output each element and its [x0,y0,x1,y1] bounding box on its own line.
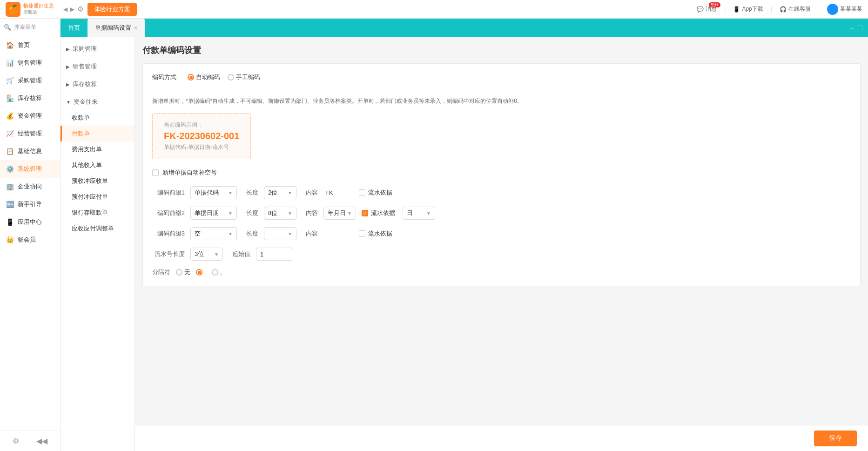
prefix1-row: 编码前缀1 单据代码 ▼ 长度 2位 ▼ 内容 FK [152,186,851,199]
sidebar-item-home[interactable]: 🏠 首页 [0,36,60,54]
prefix3-select[interactable]: 空 ▼ [190,227,237,240]
prefix3-len-chevron: ▼ [288,231,292,236]
prefix1-select[interactable]: 单据代码 ▼ [190,186,237,199]
prefix1-len-chevron: ▼ [288,190,292,195]
messages-btn[interactable]: 💬 消息 99+ [697,5,717,13]
sub-item-expense[interactable]: 费用支出单 [61,141,135,157]
main-page-wrapper: 付款单编码设置 编码方式 自动编码 [135,37,868,451]
sub-group-inventory: ▶ 库存核算 [61,76,135,92]
sub-item-receipt[interactable]: 收款单 [61,110,135,126]
prefix1-content-value: FK [325,189,353,196]
prefix2-chevron-icon: ▼ [228,211,233,216]
online-service-btn[interactable]: 🎧 在线客服 [780,5,811,13]
tab-close-icon[interactable]: × [134,25,137,31]
prefix3-stream-checkbox [359,230,365,237]
search-menu[interactable]: 🔍 搜索菜单 [0,19,60,36]
settings-bottom-icon[interactable]: ⚙ [11,435,21,447]
page-title: 付款单编码设置 [142,45,861,56]
auto-encode-radio[interactable]: 自动编码 [188,73,220,81]
nav-controls: ◀ ▶ ⚙ [63,5,84,13]
sub-group-sales: ▶ 销售管理 [61,59,135,74]
prefix2-len-value: 8位 [268,209,277,217]
prefix2-stream-select[interactable]: 日 ▼ [403,207,435,220]
separator-options: 无 - . [176,268,222,276]
prefix3-stream-check[interactable]: 流水依据 [359,229,392,238]
auto-radio-circle [188,74,194,81]
msg-badge: 99+ [709,2,720,7]
sub-header-purchase[interactable]: ▶ 采购管理 [61,41,135,57]
prefix2-select[interactable]: 单据日期 ▼ [190,207,237,220]
prefix3-content-label: 内容 [306,229,318,238]
sub-item-bank-deposit[interactable]: 银行存取款单 [61,205,135,221]
prefix3-stream-label: 流水依据 [368,229,392,238]
sidebar-item-newguide[interactable]: 🆕 新手引导 [0,195,60,213]
separator3: | [818,6,820,13]
sep-dash-circle [196,269,202,276]
sub-item-ar-ap-adjust[interactable]: 应收应付调整单 [61,221,135,236]
prefix2-len-select[interactable]: 8位 ▼ [264,207,296,220]
home-icon: 🏠 [6,41,14,49]
sidebar-item-apps[interactable]: 📱 应用中心 [0,213,60,231]
user-profile[interactable]: 某某某某 [827,4,862,15]
page-main: 付款单编码设置 编码方式 自动编码 [135,37,868,425]
sub-header-sales[interactable]: ▶ 销售管理 [61,59,135,74]
settings-icon[interactable]: ⚙ [77,5,84,13]
sub-header-capital[interactable]: ▼ 资金往来 [61,94,135,110]
nav-forward-icon[interactable]: ▶ [70,6,74,13]
tab-encode-settings[interactable]: 单据编码设置 × [87,19,145,37]
stream-len-select[interactable]: 3位 ▼ [190,248,223,261]
sub-item-advance-pay[interactable]: 预付冲应付单 [61,189,135,205]
sidebar-item-sales[interactable]: 📊 销售管理 [0,54,60,72]
top-bar-right: 💬 消息 99+ | 📱 App下载 | 🎧 在线客服 | 某某某某 [697,4,862,15]
sep-dot[interactable]: . [212,269,222,276]
sub-item-advance-recv[interactable]: 预收冲应收单 [61,173,135,189]
prefix2-stream-label: 流水依据 [371,209,395,217]
auto-radio-inner [189,76,193,79]
app-download-btn[interactable]: 📱 App下载 [733,5,763,13]
sidebar-item-inventory[interactable]: 🏪 库存核算 [0,89,60,107]
sidebar-item-member[interactable]: 👑 畅会员 [0,231,60,249]
sidebar-item-enterprise[interactable]: 🏢 企业协同 [0,178,60,195]
sidebar-item-basic[interactable]: 📋 基础信息 [0,142,60,160]
experience-btn[interactable]: 体验行业方案 [87,3,137,16]
prefix2-stream-check[interactable]: ✓ 流水依据 [362,209,395,217]
sub-item-other-income[interactable]: 其他收入单 [61,157,135,173]
save-button[interactable]: 保存 [814,431,857,446]
sub-item-payment[interactable]: 付款单 [61,126,135,141]
prefix2-stream-checkbox: ✓ [362,210,368,216]
sidebar-item-system[interactable]: ⚙️ 系统管理 [0,160,60,178]
member-icon: 👑 [6,236,14,244]
sep-none-label: 无 [184,268,190,276]
manual-encode-radio[interactable]: 手工编码 [228,73,260,81]
top-bar: 🍊 畅捷通好生意 旗舰版 ◀ ▶ ⚙ 体验行业方案 💬 消息 99+ | 📱 A… [0,0,868,19]
sep-none[interactable]: 无 [176,268,190,276]
sidebar-item-finance[interactable]: 💰 资金管理 [0,107,60,125]
start-value-input[interactable] [256,248,293,261]
prefix3-len-select[interactable]: ▼ [264,227,296,240]
separator2: | [771,6,772,13]
basic-icon: 📋 [6,147,14,155]
online-service-label: 在线客服 [788,5,811,13]
prefix1-len-select[interactable]: 2位 ▼ [264,186,296,199]
auto-fill-checkbox[interactable] [152,169,159,176]
auto-fill-row: 新增单据自动补空号 [152,168,851,177]
service-icon: 🎧 [780,6,787,13]
tab-maximize-btn[interactable]: □ [858,24,862,32]
left-sidebar: 🔍 搜索菜单 🏠 首页 📊 销售管理 🛒 采购管理 🏪 库存核算 💰 资金管理 … [0,19,61,451]
sep-dash[interactable]: - [196,269,206,276]
prefix2-content-label: 内容 [306,209,318,217]
prefix2-row: 编码前缀2 单据日期 ▼ 长度 8位 ▼ 内容 [152,207,851,220]
collapse-icon[interactable]: ◀◀ [34,435,49,447]
sub-header-inventory[interactable]: ▶ 库存核算 [61,76,135,92]
prefix2-content-select[interactable]: 年月日 ▼ [323,207,356,220]
settings-card: 编码方式 自动编码 手工编码 [142,63,861,286]
prefix1-stream-check[interactable]: 流水依据 [359,188,392,197]
tab-home[interactable]: 首页 [61,19,87,37]
sidebar-item-operation[interactable]: 📈 经营管理 [0,125,60,142]
tab-minimize-btn[interactable]: – [850,24,854,32]
tab-home-label: 首页 [68,24,80,32]
sidebar-item-purchase[interactable]: 🛒 采购管理 [0,72,60,89]
sidebar-label-inventory: 库存核算 [18,94,42,102]
nav-back-icon[interactable]: ◀ [63,6,67,13]
prefix1-chevron-icon: ▼ [228,190,233,195]
